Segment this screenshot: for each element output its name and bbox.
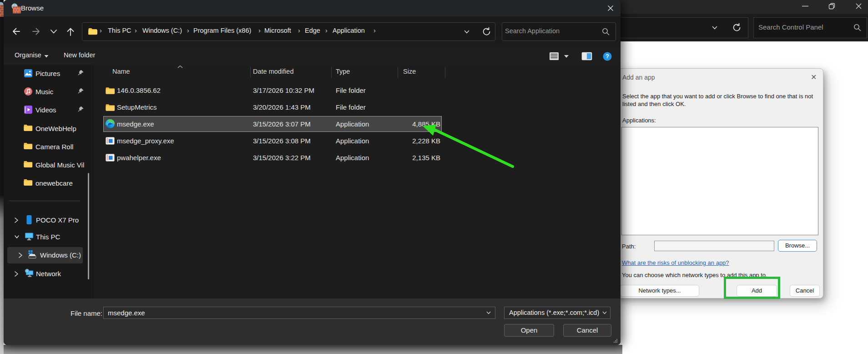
svg-text:?: ? (606, 53, 609, 60)
